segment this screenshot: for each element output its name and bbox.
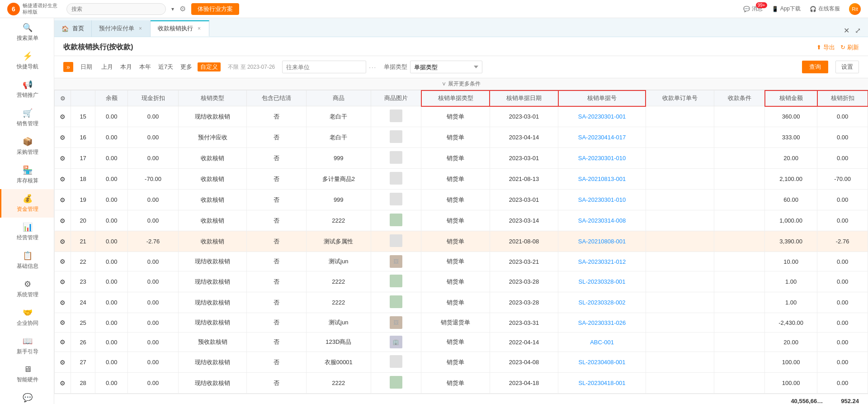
tab-home[interactable]: 🏠 首页	[54, 20, 92, 37]
row-product: 多计量商品2	[306, 169, 371, 190]
row-included-settled: 否	[247, 231, 307, 252]
date-opt-custom[interactable]: 自定义	[198, 62, 221, 71]
row-receipt-order-no	[646, 252, 714, 271]
query-button[interactable]: 查询	[802, 61, 828, 73]
message-badge[interactable]: 💬 消息 99+	[743, 5, 763, 13]
row-settings[interactable]: ⚙	[55, 373, 71, 394]
row-seq: 19	[71, 190, 95, 210]
table-row: ⚙ 20 0.00 0.00 收款核销 否 2222 销货单 2023-03-1…	[55, 210, 868, 231]
date-opt-more[interactable]: 更多	[179, 62, 194, 71]
bill-type-select[interactable]: 单据类型	[410, 61, 482, 73]
row-settings[interactable]: ⚙	[55, 313, 71, 333]
row-cash-discount: 0.00	[128, 373, 179, 394]
sidebar-item-finance[interactable]: 💰 资金管理	[0, 189, 54, 218]
row-cash-discount: 0.00	[128, 333, 179, 352]
row-verify-bill-no[interactable]: SA-20230331-026	[558, 313, 646, 333]
row-settings[interactable]: ⚙	[55, 292, 71, 313]
sidebar-item-purchase[interactable]: 📦 采购管理	[0, 132, 54, 161]
tab-verify[interactable]: 收款核销执行 ×	[151, 20, 209, 37]
row-verify-discount: 0.00	[817, 271, 868, 292]
row-verify-amount: 100.00	[765, 352, 817, 373]
app-download[interactable]: 📱 App下载	[772, 5, 801, 13]
export-button[interactable]: ⬆ 导出	[816, 43, 835, 52]
row-product: 测试jun	[306, 313, 371, 333]
date-opt-7days[interactable]: 近7天	[156, 62, 175, 71]
settings-icon[interactable]: ⚙	[179, 5, 186, 13]
sidebar-item-operations[interactable]: 📊 经营管理	[0, 218, 54, 246]
row-verify-bill-no[interactable]: SA-20230301-010	[558, 148, 646, 169]
sidebar-item-guide[interactable]: 📖 新手引导	[0, 332, 54, 360]
bill-type-filter: 单据类型 单据类型	[384, 61, 795, 73]
online-service[interactable]: 🎧 在线客服	[810, 5, 840, 13]
row-settings[interactable]: ⚙	[55, 190, 71, 210]
sidebar-item-basic-info[interactable]: 📋 基础信息	[0, 246, 54, 275]
row-verify-bill-no[interactable]: SA-20210813-001	[558, 169, 646, 190]
sidebar-item-quick[interactable]: ⚡ 快捷导航	[0, 47, 54, 75]
row-seq: 18	[71, 169, 95, 190]
sidebar-item-system[interactable]: ⚙ 系统管理	[0, 275, 54, 303]
row-verify-bill-no[interactable]: SA-20230301-010	[558, 190, 646, 210]
row-settings[interactable]: ⚙	[55, 271, 71, 292]
row-verify-bill-no[interactable]: SA-20230314-008	[558, 210, 646, 231]
partner-input[interactable]	[282, 61, 366, 73]
row-verify-bill-no[interactable]: SA-20210808-001	[558, 231, 646, 252]
col-header-settings[interactable]: ⚙	[55, 90, 71, 106]
row-verify-bill-no[interactable]: ABC-001	[558, 333, 646, 352]
tab-close-button[interactable]: ×	[197, 24, 202, 33]
row-cash-discount: 0.00	[128, 210, 179, 231]
sidebar-item-search[interactable]: 🔍 搜索菜单	[0, 18, 54, 47]
row-settings[interactable]: ⚙	[55, 231, 71, 252]
row-cash-discount: 0.00	[128, 252, 179, 271]
row-seq: 20	[71, 210, 95, 231]
row-settings[interactable]: ⚙	[55, 106, 71, 127]
filter-expand-button[interactable]: »	[63, 62, 73, 72]
row-verify-bill-no[interactable]: SL-20230328-002	[558, 292, 646, 313]
row-verify-bill-type: 销货单	[421, 210, 490, 231]
row-cash-discount: 0.00	[128, 313, 179, 333]
tab-maximize-button[interactable]: ⤢	[853, 24, 863, 37]
sidebar-item-wechat[interactable]: 💬 企业微信	[0, 388, 54, 404]
table-row: ⚙ 18 0.00 -70.00 收款核销 否 多计量商品2 销货单 2021-…	[55, 169, 868, 190]
marketing-icon: 📢	[23, 80, 33, 90]
row-verify-bill-no[interactable]: SL-20230418-001	[558, 373, 646, 394]
expand-more-bar[interactable]: ∨ 展开更多条件	[54, 78, 868, 90]
row-verify-bill-no[interactable]: SA-20230301-001	[558, 106, 646, 127]
tab-close-window-button[interactable]: ✕	[842, 24, 851, 37]
sidebar-item-marketing[interactable]: 📢 营销推广	[0, 75, 54, 104]
filter-settings-button[interactable]: 设置	[835, 61, 859, 73]
row-settings[interactable]: ⚙	[55, 127, 71, 148]
sidebar-item-hardware[interactable]: 🖥 智能硬件	[0, 360, 54, 388]
partner-dots[interactable]: ···	[369, 64, 377, 71]
sidebar-item-sales[interactable]: 🛒 销售管理	[0, 104, 54, 132]
row-verify-bill-type: 销货单	[421, 148, 490, 169]
col-header-receipt-order-no: 收款单订单号	[646, 90, 714, 106]
row-verify-bill-no[interactable]: SA-20230414-017	[558, 127, 646, 148]
row-settings[interactable]: ⚙	[55, 333, 71, 352]
sidebar-item-inventory[interactable]: 🏪 库存核算	[0, 161, 54, 189]
row-settings[interactable]: ⚙	[55, 210, 71, 231]
row-receipt-condition	[714, 127, 765, 148]
solution-button[interactable]: 体验行业方案	[191, 3, 239, 15]
row-verify-bill-no[interactable]: SL-20230408-001	[558, 352, 646, 373]
row-settings[interactable]: ⚙	[55, 148, 71, 169]
date-opt-last-month[interactable]: 上月	[99, 62, 115, 71]
col-header-product-img: 商品图片	[371, 90, 421, 106]
user-avatar[interactable]: Rit	[849, 3, 861, 15]
search-input[interactable]	[66, 3, 166, 15]
row-settings[interactable]: ⚙	[55, 252, 71, 271]
row-verify-bill-no[interactable]: SA-20230321-012	[558, 252, 646, 271]
tab-close-button[interactable]: ×	[138, 24, 143, 33]
row-verify-bill-type: 销货单	[421, 352, 490, 373]
refresh-button[interactable]: ↻ 刷新	[840, 43, 859, 52]
purchase-icon: 📦	[23, 137, 33, 147]
sidebar-item-collaboration[interactable]: 🤝 企业协同	[0, 303, 54, 332]
row-verify-bill-no[interactable]: SL-20230328-001	[558, 271, 646, 292]
date-opt-this-year[interactable]: 本年	[137, 62, 153, 71]
date-opt-this-month[interactable]: 本月	[118, 62, 134, 71]
tab-prepay[interactable]: 预付冲应付单 ×	[92, 20, 151, 37]
row-settings[interactable]: ⚙	[55, 352, 71, 373]
dropdown-selector[interactable]: ▾	[171, 6, 174, 12]
data-table: ⚙ 余额 现金折扣 核销类型 包含已结清 商品 商品图片 核销单据类型 核销单据…	[54, 90, 868, 394]
service-label: 在线客服	[818, 5, 840, 13]
row-settings[interactable]: ⚙	[55, 169, 71, 190]
